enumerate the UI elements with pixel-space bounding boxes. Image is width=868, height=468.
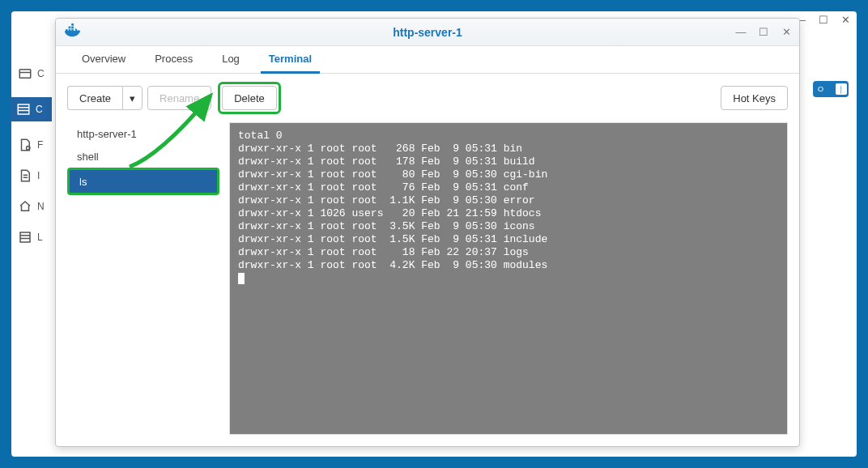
svg-rect-16 — [71, 23, 74, 26]
bg-close-icon[interactable]: ✕ — [841, 14, 850, 26]
terminal-cursor — [238, 273, 245, 284]
sidebar-item-label: N — [37, 201, 45, 212]
sidebar-item-label: C — [37, 68, 45, 79]
rename-button[interactable]: Rename — [147, 86, 211, 110]
svg-rect-14 — [69, 27, 71, 29]
create-dropdown-toggle[interactable]: ▾ — [122, 86, 143, 110]
chevron-down-icon: ▾ — [130, 92, 135, 104]
toggle-on-label: O — [818, 85, 823, 93]
sidebar-item-label: F — [37, 139, 43, 151]
svg-rect-8 — [20, 232, 30, 242]
sidebar-item-label: I — [37, 170, 40, 181]
delete-button[interactable]: Delete — [222, 86, 277, 110]
modal-tabs: Overview Process Log Terminal — [56, 46, 799, 74]
session-item-ls[interactable]: ls — [67, 168, 219, 195]
terminal-output[interactable]: total 0 drwxr-xr-x 1 root root 268 Feb 9… — [229, 122, 788, 435]
sidebar-item-0[interactable]: C — [18, 66, 45, 81]
sidebar-item-label: C — [36, 104, 43, 115]
bg-maximize-icon[interactable]: ☐ — [819, 14, 828, 26]
maximize-icon[interactable]: ☐ — [757, 26, 770, 38]
container-details-modal: http-server-1 — ☐ ✕ Overview Process Log… — [55, 18, 800, 447]
minimize-icon[interactable]: — — [734, 26, 747, 38]
tab-terminal[interactable]: Terminal — [254, 45, 326, 73]
bg-running-toggle[interactable]: O │ — [813, 81, 849, 97]
toggle-handle: │ — [836, 83, 847, 95]
modal-titlebar: http-server-1 — ☐ ✕ — [56, 19, 799, 46]
create-button[interactable]: Create — [67, 86, 122, 110]
bg-sidebar: C C F I N L — [11, 57, 52, 254]
sidebar-item-1[interactable]: C — [11, 97, 52, 121]
hotkeys-button[interactable]: Hot Keys — [721, 86, 788, 110]
tab-process[interactable]: Process — [140, 45, 207, 73]
sidebar-item-3[interactable]: I — [18, 168, 45, 183]
tab-overview[interactable]: Overview — [67, 45, 140, 73]
svg-rect-2 — [18, 104, 29, 114]
sidebar-item-label: L — [37, 232, 43, 243]
delete-highlight-box: Delete — [218, 82, 281, 114]
svg-rect-0 — [19, 70, 31, 79]
sidebar-item-2[interactable]: F — [18, 138, 45, 152]
sidebar-item-5[interactable]: L — [18, 230, 45, 245]
session-item-shell[interactable]: shell — [67, 145, 219, 168]
create-split-button: Create ▾ — [67, 86, 143, 110]
tab-log[interactable]: Log — [207, 45, 254, 73]
terminal-text: total 0 drwxr-xr-x 1 root root 268 Feb 9… — [238, 130, 547, 271]
svg-point-5 — [27, 147, 31, 151]
close-icon[interactable]: ✕ — [780, 26, 793, 38]
docker-icon — [64, 23, 82, 40]
svg-rect-15 — [71, 27, 74, 29]
modal-title: http-server-1 — [56, 26, 799, 39]
sidebar-item-4[interactable]: N — [18, 199, 45, 214]
terminal-toolbar: Create ▾ Rename Delete Hot Keys — [56, 74, 799, 122]
session-item-http-server-1[interactable]: http-server-1 — [67, 122, 219, 145]
terminal-session-list: http-server-1 shell ls — [67, 122, 219, 435]
